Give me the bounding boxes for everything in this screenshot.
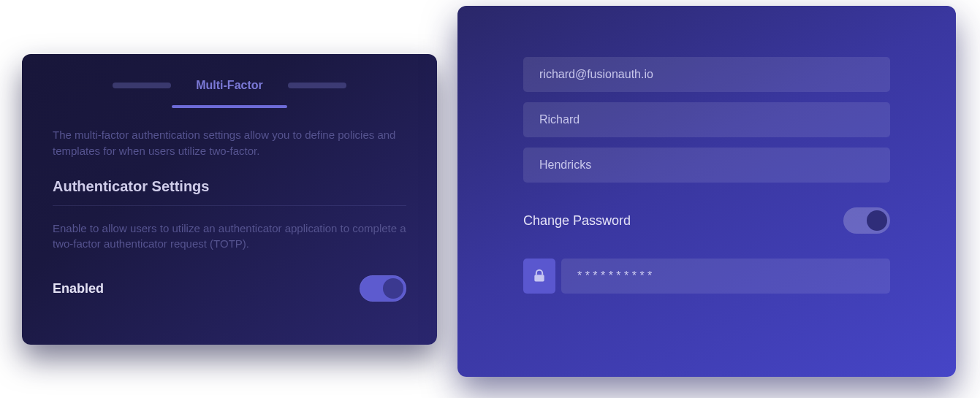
tab-multi-factor[interactable]: Multi-Factor (178, 79, 281, 92)
change-password-row: Change Password (523, 207, 890, 234)
toggle-knob (867, 210, 887, 231)
lock-icon (532, 268, 547, 284)
svg-rect-0 (534, 275, 544, 281)
lock-icon-box (523, 259, 555, 294)
password-field[interactable]: * * * * * * * * * * (561, 259, 890, 294)
tab-active-underline (172, 105, 287, 108)
section-divider (53, 205, 406, 206)
change-password-toggle[interactable] (843, 207, 890, 234)
authenticator-settings-heading: Authenticator Settings (53, 178, 406, 195)
tab-placeholder-left[interactable] (113, 83, 171, 88)
password-mask: * * * * * * * * * * (577, 270, 652, 282)
user-profile-card: richard@fusionauth.io Richard Hendricks … (457, 6, 956, 377)
mfa-description: The multi-factor authentication settings… (53, 127, 406, 159)
email-field[interactable]: richard@fusionauth.io (523, 57, 890, 92)
toggle-knob (383, 278, 403, 299)
tab-placeholder-right[interactable] (288, 83, 346, 88)
enabled-label: Enabled (53, 281, 104, 296)
password-row: * * * * * * * * * * (523, 259, 890, 294)
first-name-field[interactable]: Richard (523, 102, 890, 137)
mfa-settings-card: Multi-Factor The multi-factor authentica… (22, 54, 437, 345)
enabled-row: Enabled (53, 275, 406, 302)
authenticator-description: Enable to allow users to utilize an auth… (53, 221, 406, 253)
last-name-field[interactable]: Hendricks (523, 148, 890, 183)
tabs-row: Multi-Factor (53, 79, 406, 92)
change-password-label: Change Password (523, 213, 631, 229)
enabled-toggle[interactable] (360, 275, 406, 302)
